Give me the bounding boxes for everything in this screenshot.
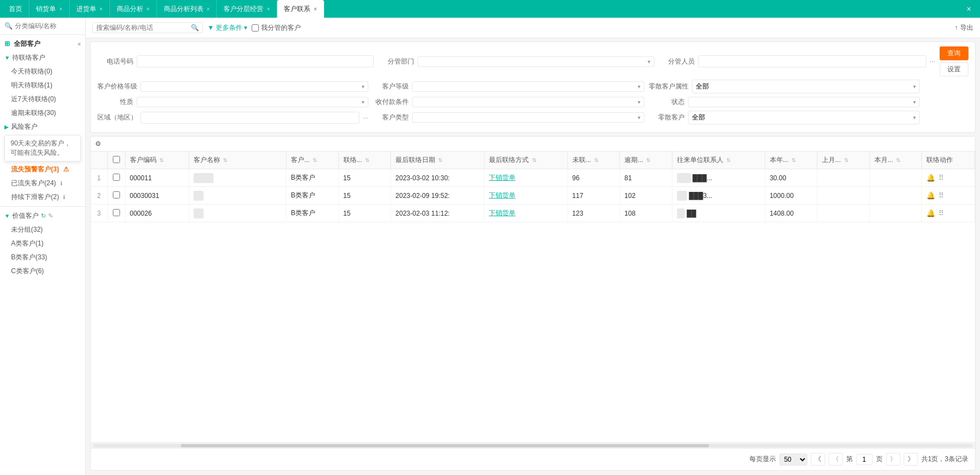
status-select[interactable]: ▾: [688, 97, 920, 107]
col-this-month[interactable]: 本月... ⇅: [869, 152, 922, 169]
tab-analysis-list[interactable]: 商品分析列表 ×: [157, 0, 217, 18]
more-filter-button[interactable]: ▼ 更多条件 ▾: [207, 23, 247, 33]
first-page-button[interactable]: 《: [811, 453, 825, 466]
more-icon[interactable]: ···: [363, 114, 368, 122]
scrollbar-thumb[interactable]: [181, 444, 709, 447]
chevron-down-icon: ▾: [913, 83, 916, 90]
sidebar-item-ungrouped[interactable]: 未分组(32): [0, 223, 85, 237]
contact-icon[interactable]: 🔔: [926, 209, 935, 217]
my-customers-checkbox-label[interactable]: 我分管的客户: [252, 23, 301, 33]
last-way-link[interactable]: 下销货单: [489, 191, 515, 199]
sidebar-item-overdue[interactable]: 逾期未联络(30): [0, 106, 85, 120]
price-level-select[interactable]: ▾: [140, 81, 368, 92]
search-input[interactable]: [96, 24, 191, 32]
page-size-select[interactable]: 50 100 200: [779, 453, 807, 466]
last-way-link[interactable]: 下销货单: [489, 174, 515, 181]
horizontal-scrollbar[interactable]: [91, 442, 975, 448]
row-last-way[interactable]: 下销货单: [484, 205, 567, 222]
window-close-button[interactable]: ×: [960, 4, 978, 13]
search-execute-icon[interactable]: 🔍: [191, 24, 199, 32]
sidebar-item-tomorrow[interactable]: 明天待联络(1): [0, 79, 85, 92]
sidebar-item-today[interactable]: 今天待联络(0): [0, 65, 85, 79]
last-way-link[interactable]: 下销货单: [489, 209, 515, 217]
col-overdue[interactable]: 逾期... ⇅: [620, 152, 673, 169]
col-this-year[interactable]: 本年... ⇅: [765, 152, 817, 169]
close-icon[interactable]: ×: [147, 6, 150, 12]
zero-attr-select[interactable]: 全部 ▾: [692, 80, 920, 93]
tab-customer-tier[interactable]: 客户分层经营 ×: [217, 0, 277, 18]
next-page-button[interactable]: 〉: [886, 453, 900, 466]
close-icon[interactable]: ×: [267, 6, 270, 12]
close-icon[interactable]: ×: [59, 6, 62, 12]
more-action-icon[interactable]: ⠿: [939, 174, 944, 182]
person-input[interactable]: [698, 55, 926, 67]
sidebar-group-value[interactable]: ▼ 价值客户 ↻ ✎: [0, 209, 85, 223]
row-checkbox[interactable]: [113, 209, 120, 216]
collapse-icon[interactable]: «: [77, 41, 81, 47]
last-page-button[interactable]: 》: [904, 453, 918, 466]
my-customers-checkbox[interactable]: [252, 24, 259, 32]
col-type[interactable]: 客户... ⇅: [286, 152, 338, 169]
filter-row-3: 性质 ▾ 收付款条件 ▾ 状态: [97, 97, 968, 107]
payment-select[interactable]: ▾: [412, 97, 644, 107]
contact-icon[interactable]: 🔔: [926, 191, 935, 200]
sidebar-item-a-class[interactable]: A类客户(1): [0, 237, 85, 250]
info-icon: ℹ: [60, 180, 62, 186]
sidebar-item-b-class[interactable]: B类客户(33): [0, 250, 85, 264]
region-input[interactable]: [140, 112, 359, 124]
gender-select[interactable]: ▾: [137, 97, 368, 107]
more-icon[interactable]: ···: [930, 58, 935, 65]
sidebar-group-pending[interactable]: ▼ 待联络客户: [0, 51, 85, 65]
type-select[interactable]: ▾: [412, 112, 644, 123]
close-icon[interactable]: ×: [207, 6, 210, 12]
col-contact[interactable]: 联络... ⇅: [338, 152, 391, 169]
edit-icon[interactable]: ✎: [48, 212, 53, 220]
region-label: 区域（地区）: [97, 113, 137, 122]
all-customers-header[interactable]: ⊞ 全部客户 «: [0, 35, 85, 51]
prev-page-button[interactable]: 〈: [828, 453, 843, 466]
phone-input[interactable]: [137, 55, 374, 67]
page-number-input[interactable]: [856, 454, 873, 465]
dept-select[interactable]: ▾: [418, 56, 655, 67]
sidebar-item-7days[interactable]: 近7天待联络(0): [0, 92, 85, 106]
col-last-way[interactable]: 最后联络方式 ⇅: [484, 152, 567, 169]
zero-customer-select[interactable]: 全部 ▾: [688, 111, 920, 124]
close-icon[interactable]: ×: [314, 6, 317, 12]
row-last-way[interactable]: 下销货单: [484, 187, 567, 205]
row-last-way[interactable]: 下销货单: [484, 169, 567, 187]
query-button[interactable]: 查询: [940, 46, 968, 60]
sidebar-item-declining[interactable]: 持续下滑客户(2) ℹ: [0, 190, 85, 204]
row-person: ███...: [672, 169, 765, 187]
sidebar-item-c-class[interactable]: C类客户(6): [0, 264, 85, 278]
refresh-icon[interactable]: ↻: [41, 212, 46, 220]
row-checkbox[interactable]: [113, 191, 120, 199]
sidebar-item-churned[interactable]: 已流失客户(24) ℹ: [0, 176, 85, 190]
tab-purchase[interactable]: 进货单 ×: [70, 0, 110, 18]
close-icon[interactable]: ×: [100, 6, 103, 12]
sidebar-group-risk[interactable]: ▶ 风险客户: [0, 120, 85, 134]
select-all-checkbox[interactable]: [113, 156, 120, 163]
col-person[interactable]: 往来单位联系人 ⇅: [672, 152, 765, 169]
table-scroll-area[interactable]: 客户编码 ⇅ 客户名称 ⇅ 客户... ⇅: [91, 152, 975, 442]
col-last-month[interactable]: 上月... ⇅: [817, 152, 870, 169]
col-no-contact[interactable]: 未联... ⇅: [567, 152, 620, 169]
table-header: 客户编码 ⇅ 客户名称 ⇅ 客户... ⇅: [91, 152, 975, 169]
col-last-date[interactable]: 最后联络日期 ⇅: [391, 152, 484, 169]
sidebar-search-input[interactable]: [15, 22, 81, 30]
tab-analysis[interactable]: 商品分析 ×: [110, 0, 157, 18]
tab-homepage[interactable]: 首页: [2, 0, 29, 18]
sidebar-item-churn-warning[interactable]: 流失预警客户(3) ⚠: [0, 163, 85, 176]
level-select[interactable]: ▾: [412, 81, 644, 92]
export-button[interactable]: ↑ 导出: [955, 23, 973, 33]
col-code[interactable]: 客户编码 ⇅: [125, 152, 189, 169]
col-name[interactable]: 客户名称 ⇅: [189, 152, 286, 169]
tab-sales[interactable]: 销货单 ×: [29, 0, 70, 18]
more-action-icon[interactable]: ⠿: [939, 209, 944, 217]
settings-button[interactable]: 设置: [940, 62, 968, 76]
contact-icon[interactable]: 🔔: [926, 174, 935, 182]
more-action-icon[interactable]: ⠿: [939, 191, 944, 200]
row-checkbox[interactable]: [113, 174, 120, 181]
chevron-down-icon: ▾: [648, 59, 650, 65]
table-settings-button[interactable]: ⚙: [95, 140, 101, 148]
tab-customer-contact[interactable]: 客户联系 ×: [277, 0, 324, 18]
